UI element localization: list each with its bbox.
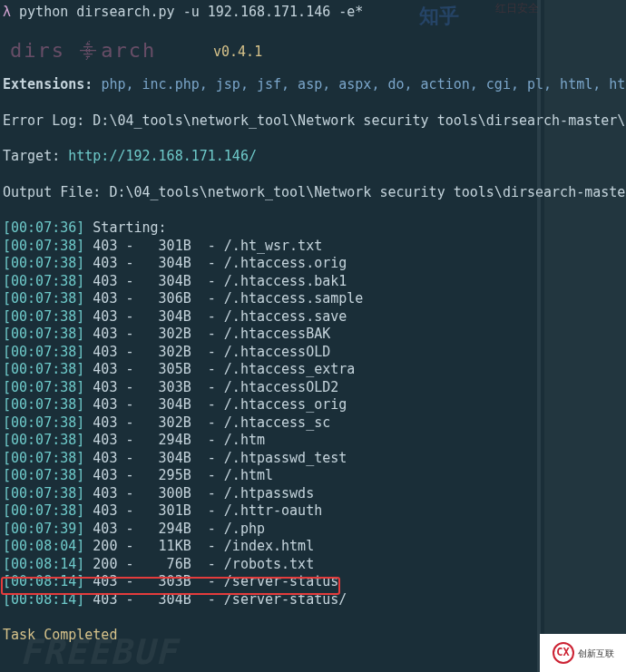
- banner-art: dirs ⸎arch: [3, 22, 623, 72]
- row-timestamp: [00:07:38]: [3, 255, 84, 271]
- row-timestamp: [00:07:38]: [3, 450, 84, 466]
- row-timestamp: [00:07:38]: [3, 485, 84, 502]
- row-timestamp: [00:07:38]: [3, 432, 84, 448]
- result-row: [00:08:14] 200 - 76B - /robots.txt: [3, 556, 623, 574]
- row-content: 403 - 304B - /.htaccess_orig: [84, 396, 347, 413]
- row-content: 403 - 306B - /.htaccess.sample: [84, 290, 363, 307]
- result-row: [00:07:38] 403 - 302B - /.htaccessBAK: [3, 326, 623, 344]
- result-row: [00:08:14] 403 - 303B - /server-status: [3, 573, 623, 591]
- row-timestamp: [00:07:38]: [3, 344, 84, 360]
- result-row: [00:07:38] 403 - 304B - /.htaccess.bak1: [3, 273, 623, 291]
- row-timestamp: [00:08:04]: [3, 538, 84, 554]
- version-label: v0.4.1: [213, 44, 262, 62]
- starting-line: [00:07:36] Starting:: [3, 219, 623, 238]
- row-content: 200 - 11KB - /index.html: [84, 538, 314, 554]
- result-row: [00:07:38] 403 - 304B - /.htpasswd_test: [3, 450, 623, 468]
- command-text: python dirsearch.py -u 192.168.171.146 -…: [19, 4, 363, 20]
- logo-icon: CX: [553, 642, 574, 664]
- logo-text: 创新互联: [578, 648, 614, 659]
- row-content: 403 - 304B - /.htaccess.bak1: [84, 273, 347, 289]
- result-row: [00:07:38] 403 - 304B - /.htaccess_orig: [3, 396, 623, 414]
- result-row: [00:07:38] 403 - 305B - /.htaccess_extra: [3, 361, 623, 379]
- task-completed: Task Completed: [3, 627, 623, 645]
- result-row: [00:07:38] 403 - 301B - /.httr-oauth: [3, 502, 623, 521]
- row-content: 403 - 304B - /server-status/: [84, 591, 347, 608]
- row-timestamp: [00:08:14]: [3, 573, 84, 589]
- result-row: [00:08:14] 403 - 304B - /server-status/: [3, 591, 623, 609]
- row-timestamp: [00:07:39]: [3, 521, 84, 537]
- result-row: [00:07:38] 403 - 306B - /.htaccess.sampl…: [3, 290, 623, 308]
- result-row: [00:07:38] 403 - 300B - /.htpasswds: [3, 485, 623, 503]
- row-content: 200 - 76B - /robots.txt: [84, 556, 314, 572]
- row-content: 403 - 294B - /.php: [84, 521, 265, 537]
- row-content: 403 - 304B - /.htpasswd_test: [84, 450, 347, 466]
- start-timestamp: [00:07:36]: [3, 219, 84, 236]
- output-file-line: Output File: D:\04_tools\network_tool\Ne…: [3, 184, 623, 202]
- result-row: [00:07:39] 403 - 294B - /.php: [3, 521, 623, 539]
- result-row: [00:07:38] 403 - 304B - /.htaccess.save: [3, 308, 623, 326]
- terminal-output: λ python dirsearch.py -u 192.168.171.146…: [3, 4, 623, 645]
- output-file-path: D:\04_tools\network_tool\Network securit…: [109, 184, 626, 200]
- result-row: [00:07:38] 403 - 302B - /.htaccessOLD: [3, 344, 623, 362]
- row-content: 403 - 305B - /.htaccess_extra: [84, 361, 355, 377]
- row-content: 403 - 304B - /.htaccess.orig: [84, 255, 347, 271]
- result-row: [00:07:38] 403 - 301B - /.ht_wsr.txt: [3, 238, 623, 256]
- row-content: 403 - 303B - /.htaccessOLD2: [84, 379, 338, 395]
- row-timestamp: [00:07:38]: [3, 290, 84, 307]
- row-timestamp: [00:07:38]: [3, 379, 84, 395]
- row-timestamp: [00:07:38]: [3, 361, 84, 377]
- row-content: 403 - 294B - /.htm: [84, 432, 265, 448]
- target-line: Target: http://192.168.171.146/: [3, 148, 623, 166]
- row-content: 403 - 302B - /.htaccessOLD: [84, 344, 330, 360]
- error-log-line: Error Log: D:\04_tools\network_tool\Netw…: [3, 112, 623, 131]
- row-timestamp: [00:07:38]: [3, 238, 84, 254]
- result-row: [00:07:38] 403 - 303B - /.htaccessOLD2: [3, 379, 623, 397]
- result-row: [00:08:04] 200 - 11KB - /index.html: [3, 538, 623, 556]
- corner-logo: CX 创新互联: [540, 634, 626, 672]
- row-content: 403 - 304B - /.htaccess.save: [84, 308, 347, 325]
- result-row: [00:07:38] 403 - 294B - /.htm: [3, 432, 623, 450]
- row-timestamp: [00:07:38]: [3, 502, 84, 519]
- row-timestamp: [00:07:38]: [3, 396, 84, 413]
- row-content: 403 - 301B - /.ht_wsr.txt: [84, 238, 322, 254]
- row-content: 403 - 300B - /.htpasswds: [84, 485, 314, 502]
- row-timestamp: [00:07:38]: [3, 467, 84, 483]
- extensions-line: Extensions: php, inc.php, jsp, jsf, asp,…: [3, 76, 623, 94]
- output-file-label: Output File:: [3, 184, 101, 200]
- extensions-label: Extensions:: [3, 76, 93, 93]
- row-timestamp: [00:08:14]: [3, 591, 84, 608]
- row-timestamp: [00:07:38]: [3, 414, 84, 431]
- result-row: [00:07:38] 403 - 304B - /.htaccess.orig: [3, 255, 623, 273]
- command-line[interactable]: λ python dirsearch.py -u 192.168.171.146…: [3, 4, 623, 22]
- error-log-path: D:\04_tools\network_tool\Network securit…: [93, 112, 626, 129]
- prompt-symbol: λ: [3, 4, 11, 20]
- row-timestamp: [00:07:38]: [3, 326, 84, 342]
- target-label: Target:: [3, 148, 60, 164]
- extensions-values: php, inc.php, jsp, jsf, asp, aspx, do, a…: [101, 76, 626, 93]
- error-log-label: Error Log:: [3, 112, 84, 129]
- result-row: [00:07:38] 403 - 302B - /.htaccess_sc: [3, 414, 623, 433]
- row-content: 403 - 302B - /.htaccessBAK: [84, 326, 330, 342]
- scrollbar[interactable]: [537, 0, 541, 672]
- row-timestamp: [00:08:14]: [3, 556, 84, 572]
- scan-results: [00:07:36] Starting: [00:07:38] 403 - 30…: [3, 219, 623, 609]
- row-content: 403 - 303B - /server-status: [84, 573, 338, 589]
- row-content: 403 - 301B - /.httr-oauth: [84, 502, 322, 519]
- target-url: http://192.168.171.146/: [68, 148, 257, 164]
- starting-text: Starting:: [93, 219, 166, 236]
- result-row: [00:07:38] 403 - 295B - /.html: [3, 467, 623, 485]
- row-content: 403 - 295B - /.html: [84, 467, 273, 483]
- row-timestamp: [00:07:38]: [3, 273, 84, 289]
- row-timestamp: [00:07:38]: [3, 308, 84, 325]
- row-content: 403 - 302B - /.htaccess_sc: [84, 414, 330, 431]
